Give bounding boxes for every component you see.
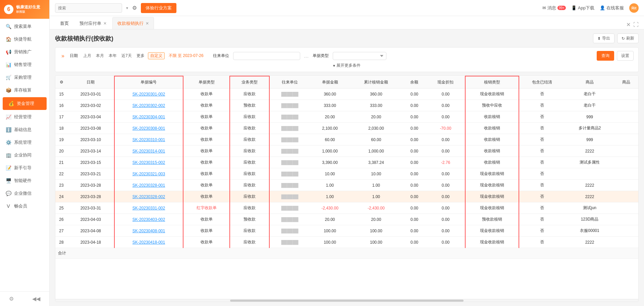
- table-cell: 现金收款核销: [465, 168, 519, 180]
- table-cell: [614, 134, 638, 145]
- sidebar-item-basic[interactable]: ℹ️ 基础信息: [0, 123, 49, 136]
- refresh-button[interactable]: ↻ 刷新: [617, 34, 639, 43]
- voucher-type-select[interactable]: [333, 52, 386, 60]
- table-cell: 0.00: [426, 134, 465, 145]
- table-cell[interactable]: SK-20230302-002: [114, 100, 183, 111]
- horizontal-scrollbar[interactable]: [55, 299, 638, 302]
- filter-expand-more[interactable]: ▾ 展开更多条件: [333, 63, 361, 68]
- app-download-item[interactable]: 📱 App下载: [571, 5, 594, 11]
- tab-controls: ✕ ⛶: [626, 21, 639, 29]
- table-cell: [614, 191, 638, 202]
- filter-expand-button[interactable]: »: [60, 53, 66, 59]
- table-cell: [614, 100, 638, 111]
- filter-date-custom[interactable]: 自定义: [148, 52, 165, 59]
- table-cell[interactable]: SK-20230301-002: [114, 88, 183, 100]
- table-cell: 21: [55, 157, 67, 168]
- sidebar-item-guide[interactable]: 📝 新手引导: [0, 162, 49, 174]
- settings-icon[interactable]: ⚙: [8, 294, 15, 303]
- table-cell[interactable]: SK-20230408-001: [114, 225, 183, 237]
- sidebar-item-purchase[interactable]: 🛒 采购管理: [0, 71, 49, 84]
- tab-prepay-close-icon[interactable]: ✕: [103, 21, 107, 26]
- table-cell: ██████: [269, 237, 310, 248]
- table-cell: 20: [55, 145, 67, 157]
- table-cell: 0.00: [402, 168, 426, 180]
- filter-date-last-month[interactable]: 上月: [82, 52, 93, 59]
- table-cell: 否: [519, 191, 565, 202]
- tab-close-all-icon[interactable]: ✕: [626, 21, 631, 28]
- chevron-down-icon: ▾: [333, 63, 335, 68]
- table-cell: 0.00: [402, 157, 426, 168]
- sidebar-item-quicknav[interactable]: 🏠 快捷导航: [0, 33, 49, 46]
- main-content: ▾ ⚙ 体验行业方案 ✉ 消息 99+ 📱 App下载 👤 在线客服 Rit: [50, 0, 644, 306]
- sidebar-item-search[interactable]: 🔍 搜索菜单: [0, 20, 49, 33]
- filter-dots: ...: [304, 53, 309, 59]
- filter-date-this-month[interactable]: 本月: [95, 52, 105, 59]
- table-cell: 应收款: [230, 202, 269, 214]
- table-cell: 18: [55, 123, 67, 134]
- table-cell: 2023-03-28: [67, 180, 114, 191]
- table-cell: 2023-03-15: [67, 157, 114, 168]
- col-amount: 单据金额: [310, 76, 350, 88]
- table-cell: 2023-03-21: [67, 168, 114, 180]
- table-cell[interactable]: SK-20230315-002: [114, 157, 183, 168]
- table-cell: [614, 157, 638, 168]
- tab-home[interactable]: 首页: [55, 17, 74, 29]
- sidebar-item-inventory[interactable]: 📦 库存核算: [0, 84, 49, 97]
- table-cell[interactable]: SK-20230328-002: [114, 191, 183, 202]
- filter-date-7days[interactable]: 近7天: [120, 52, 133, 59]
- counterparty-input[interactable]: [233, 52, 300, 60]
- table-cell: 360.00: [310, 88, 350, 100]
- table-cell[interactable]: SK-20230418-001: [114, 237, 183, 248]
- table-cell: 0.00: [426, 180, 465, 191]
- table-cell: 0.00: [402, 145, 426, 157]
- sales-icon: 📊: [5, 62, 11, 67]
- filter-date-more[interactable]: 更多: [135, 52, 146, 59]
- avatar[interactable]: Rit: [629, 3, 639, 13]
- sidebar-item-system[interactable]: ⚙️ 系统管理: [0, 136, 49, 149]
- table-scroll[interactable]: ⚙ 日期 单据编号 单据类型 业务类型 往来单位 单据金额 累计核销金额 余额 …: [55, 76, 638, 299]
- tab-fullscreen-icon[interactable]: ⛶: [633, 22, 639, 28]
- tab-collection[interactable]: 收款核销执行 ✕: [112, 17, 154, 29]
- data-table: ⚙ 日期 单据编号 单据类型 业务类型 往来单位 单据金额 累计核销金额 余额 …: [55, 76, 638, 259]
- basic-icon: ℹ️: [5, 127, 11, 132]
- tab-collection-close-icon[interactable]: ✕: [146, 21, 149, 26]
- table-cell[interactable]: SK-20230321-003: [114, 168, 183, 180]
- col-balance: 余额: [402, 76, 426, 88]
- sidebar-item-operations[interactable]: 📈 经营管理: [0, 111, 49, 123]
- query-button[interactable]: 查询: [597, 51, 614, 61]
- table-cell: 0.00: [402, 214, 426, 225]
- table-cell[interactable]: SK-20230331-002: [114, 202, 183, 214]
- topbar-search-input[interactable]: [55, 3, 122, 13]
- collapse-icon[interactable]: ◀◀: [31, 294, 42, 303]
- table-cell[interactable]: SK-20230328-001: [114, 180, 183, 191]
- chevron-down-icon[interactable]: ▾: [126, 6, 128, 10]
- filter-date-this-year[interactable]: 本年: [107, 52, 118, 59]
- export-button[interactable]: ⬆ 导出: [593, 34, 614, 43]
- col-gear[interactable]: ⚙: [55, 76, 67, 88]
- table-cell[interactable]: SK-20230310-001: [114, 134, 183, 145]
- settings-button[interactable]: 设置: [617, 51, 634, 61]
- table-cell[interactable]: SK-20230304-001: [114, 111, 183, 123]
- operations-icon: 📈: [5, 114, 11, 120]
- sidebar-item-wechat[interactable]: 💬 企业微信: [0, 187, 49, 200]
- sidebar-item-marketing[interactable]: 📢 营销推广: [0, 46, 49, 58]
- scrollbar-thumb[interactable]: [230, 300, 463, 302]
- sidebar-item-finance[interactable]: 💰 资金管理: [3, 97, 47, 110]
- col-include-settled: 包含已结清: [519, 76, 565, 88]
- message-item[interactable]: ✉ 消息 99+: [542, 5, 566, 11]
- sidebar-menu: 🔍 搜索菜单 🏠 快捷导航 📢 营销推广 📊 销售管理 🛒 采购管理 📦 库存核…: [0, 19, 49, 291]
- table-cell: 19: [55, 134, 67, 145]
- sidebar-item-member[interactable]: V 畅会员: [0, 200, 49, 212]
- table-cell[interactable]: SK-20230403-002: [114, 214, 183, 225]
- sidebar-item-sales[interactable]: 📊 销售管理: [0, 58, 49, 71]
- table-cell: 现金收款核销: [465, 237, 519, 248]
- table-cell[interactable]: SK-20230314-001: [114, 145, 183, 157]
- table-body: 152023-03-01SK-20230301-002收款单应收款██████3…: [55, 88, 638, 248]
- tab-prepay[interactable]: 预付应付单 ✕: [74, 17, 112, 29]
- topbar-gear-icon[interactable]: ⚙: [132, 5, 137, 11]
- online-service-item[interactable]: 👤 在线客服: [600, 5, 624, 11]
- solution-button[interactable]: 体验行业方案: [141, 3, 176, 13]
- sidebar-item-enterprise[interactable]: 🏢 企业协同: [0, 149, 49, 162]
- table-cell[interactable]: SK-20230308-001: [114, 123, 183, 134]
- sidebar-item-hardware[interactable]: 🖥️ 智能硬件: [0, 174, 49, 187]
